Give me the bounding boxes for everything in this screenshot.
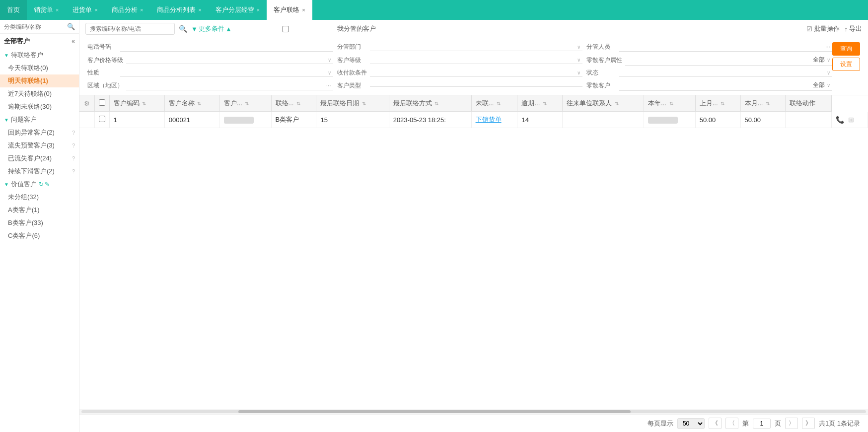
sidebar-item-ungrouped[interactable]: 未分组(32) <box>0 191 79 204</box>
nav-product-analysis[interactable]: 商品分析 × <box>105 0 150 20</box>
sort-icon[interactable]: ⇅ <box>543 101 547 106</box>
close-icon[interactable]: × <box>140 7 143 13</box>
table-settings-col[interactable]: ⚙ <box>79 95 94 112</box>
filter-row-1: 电话号码 分管部门 ∨ 分管人员 ··· <box>87 42 832 52</box>
nav-home[interactable]: 首页 <box>0 0 27 20</box>
close-icon[interactable]: × <box>94 7 97 13</box>
filter-row-4: 区域（地区） ··· 客户类型 零散客户 全部 <box>87 80 832 91</box>
nav-purchase-order[interactable]: 进货单 × <box>66 0 104 20</box>
col-not-contacted: 未联... ⇅ <box>471 95 517 112</box>
close-icon[interactable]: × <box>302 7 305 13</box>
table-container: ⚙ 客户编码 ⇅ 客户名称 ⇅ 客户... ⇅ <box>79 95 868 409</box>
nav-product-analysis-list[interactable]: 商品分析列表 × <box>150 0 208 20</box>
status-select[interactable]: ∨ <box>619 69 832 77</box>
search-icon[interactable]: 🔍 <box>67 23 75 30</box>
sort-icon[interactable]: ⇅ <box>197 101 201 106</box>
customer-type-select[interactable] <box>370 84 583 87</box>
select-all-checkbox[interactable] <box>99 99 105 106</box>
sidebar-search-input[interactable] <box>4 23 67 30</box>
sort-icon[interactable]: ⇅ <box>497 101 501 106</box>
sidebar-item-class-b[interactable]: B类客户(33) <box>0 216 79 229</box>
region-label: 区域（地区） <box>87 81 123 90</box>
page-label: 第 <box>742 419 749 428</box>
sub-dept-label: 分管部门 <box>337 43 367 51</box>
sidebar-item-churned[interactable]: 已流失客户(24) ? <box>0 152 79 165</box>
collapse-icon[interactable]: « <box>72 38 75 45</box>
all-customers-header[interactable]: 全部客户 « <box>0 34 79 49</box>
nav-customer-contact[interactable]: 客户联络 × <box>267 0 312 20</box>
filter-price-level: 客户价格等级 ∨ <box>87 56 333 65</box>
sidebar-group-value[interactable]: ▼ 价值客户 ↻ ✎ <box>0 178 79 191</box>
sort-icon[interactable]: ⇅ <box>721 101 724 106</box>
sort-icon[interactable]: ⇅ <box>669 101 673 106</box>
my-customers-checkbox[interactable]: 我分管的客户 <box>236 24 376 33</box>
price-level-select[interactable]: ∨ <box>126 56 333 64</box>
sidebar-item-tomorrow[interactable]: 明天待联络(1) <box>0 74 79 87</box>
filter-customer-level: 客户等级 ∨ <box>337 56 583 65</box>
horizontal-scrollbar[interactable] <box>79 409 868 414</box>
close-icon[interactable]: × <box>56 7 59 13</box>
row-settings <box>79 112 94 128</box>
cell-contact-person <box>644 112 696 128</box>
last-page-button[interactable]: 》 <box>802 418 815 429</box>
grid-action-icon[interactable]: ⊞ <box>848 116 854 124</box>
sidebar-item-churn-warning[interactable]: 流失预警客户(3) ? <box>0 139 79 152</box>
settings-button[interactable]: 设置 <box>832 58 860 71</box>
sub-dept-select[interactable]: ∨ <box>370 43 583 51</box>
export-icon: ↑ <box>845 25 848 33</box>
sort-icon[interactable]: ⇅ <box>434 101 438 106</box>
retail-customer-select[interactable]: 全部 ∨ <box>619 80 832 91</box>
query-button[interactable]: 查询 <box>832 42 860 56</box>
sidebar-group-problem[interactable]: ▼ 问题客户 <box>0 113 79 126</box>
nav-customer-tier[interactable]: 客户分层经营 × <box>209 0 267 20</box>
sidebar-group-pending[interactable]: ▼ 待联络客户 <box>0 49 79 62</box>
close-icon[interactable]: × <box>257 7 260 13</box>
next-page-button[interactable]: 〉 <box>785 418 798 429</box>
payment-terms-select[interactable]: ∨ <box>370 69 583 77</box>
dots-icon[interactable]: ··· <box>326 82 331 89</box>
my-customers-check[interactable] <box>236 26 335 32</box>
sidebar-item-repurchase-abnormal[interactable]: 回购异常客户(2) ? <box>0 126 79 139</box>
sort-icon[interactable]: ⇅ <box>142 101 146 106</box>
sidebar-item-class-a[interactable]: A类客户(1) <box>0 204 79 216</box>
sort-icon[interactable]: ⇅ <box>245 101 249 106</box>
page-size-select[interactable]: 50 100 200 <box>677 418 705 429</box>
advanced-filter-panel: 电话号码 分管部门 ∨ 分管人员 ··· <box>79 38 868 95</box>
col-customer-code: 客户编码 ⇅ <box>109 95 164 112</box>
phone-action-icon[interactable]: 📞 <box>836 116 844 124</box>
export-button[interactable]: ↑ 导出 <box>845 24 863 33</box>
sidebar-item-declining[interactable]: 持续下滑客户(2) ? <box>0 165 79 178</box>
sort-icon[interactable]: ⇅ <box>766 101 770 106</box>
refresh-icon[interactable]: ↻ <box>39 181 44 188</box>
sort-icon[interactable]: ⇅ <box>615 101 619 106</box>
prev-page-button[interactable]: 〈 <box>725 418 738 429</box>
more-conditions-button[interactable]: ▼ 更多条件 ▲ <box>191 24 232 33</box>
dots-icon[interactable]: ··· <box>825 43 830 50</box>
customer-level-select[interactable]: ∨ <box>370 56 583 64</box>
sidebar-item-class-c[interactable]: C类客户(6) <box>0 229 79 242</box>
sort-icon[interactable]: ⇅ <box>296 101 300 106</box>
sort-icon[interactable]: ⇅ <box>362 101 366 106</box>
search-input[interactable] <box>85 23 175 35</box>
sidebar-item-7days[interactable]: 近7天待联络(0) <box>0 87 79 100</box>
scrollbar-thumb[interactable] <box>238 410 631 413</box>
row-checkbox[interactable] <box>94 112 109 128</box>
batch-operation-button[interactable]: ☑ 批量操作 <box>806 24 840 33</box>
edit-icon[interactable]: ✎ <box>45 181 50 188</box>
nav-sales-order[interactable]: 销货单 × <box>27 0 66 20</box>
col-current-year: 本年... ⇅ <box>644 95 696 112</box>
nature-select[interactable]: ∨ <box>120 69 333 77</box>
sub-person-select[interactable]: ··· <box>619 42 832 52</box>
sidebar-item-overdue[interactable]: 逾期未联络(30) <box>0 100 79 113</box>
first-page-button[interactable]: 《 <box>709 418 722 429</box>
close-icon[interactable]: × <box>198 7 201 13</box>
scrollbar-track <box>81 410 866 413</box>
page-number-input[interactable] <box>753 419 771 429</box>
retail-attr-select[interactable]: 全部 ∨ <box>625 55 832 66</box>
sidebar-item-today[interactable]: 今天待联络(0) <box>0 62 79 74</box>
phone-input[interactable] <box>120 42 333 52</box>
search-button[interactable]: 🔍 <box>179 25 187 33</box>
table-checkbox-col[interactable] <box>94 95 109 112</box>
region-select[interactable]: ··· <box>126 81 333 90</box>
price-level-label: 客户价格等级 <box>87 56 123 65</box>
